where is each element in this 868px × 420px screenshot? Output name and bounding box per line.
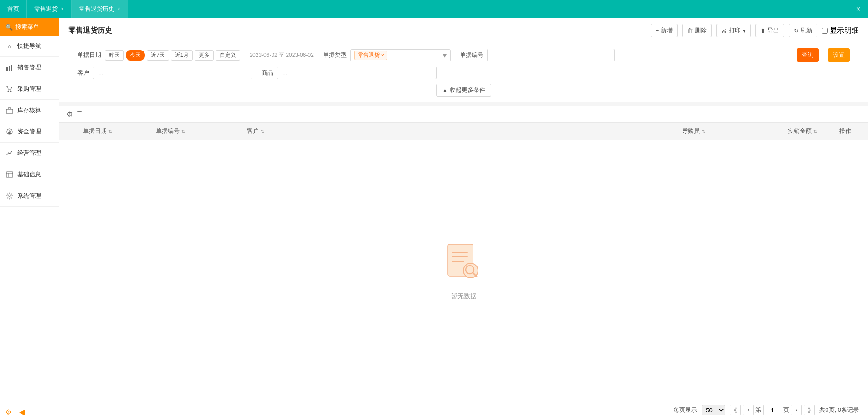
print-dropdown-icon: ▾ bbox=[743, 27, 746, 34]
filter-row-2: 客户 商品 bbox=[77, 67, 850, 79]
prev-page-button[interactable]: ‹ bbox=[743, 405, 754, 415]
print-button[interactable]: 🖨 打印 ▾ bbox=[716, 24, 751, 37]
num-filter-input[interactable] bbox=[487, 49, 615, 61]
date-range-display: 2023-06-02 至 2023-06-02 bbox=[249, 51, 313, 59]
th-ops: 操作 bbox=[822, 123, 868, 140]
sort-amount-icon: ⇅ bbox=[813, 129, 817, 134]
date-btn-more[interactable]: 更多 bbox=[195, 50, 214, 61]
th-amount[interactable]: 实销金额 ⇅ bbox=[750, 123, 822, 140]
refresh-button[interactable]: ↻ 刷新 bbox=[789, 24, 817, 37]
date-btn-today[interactable]: 今天 bbox=[126, 50, 145, 61]
sidebar-item-finance-label: 资金管理 bbox=[17, 128, 41, 136]
sidebar-bottom: ⚙ ◀ bbox=[0, 404, 59, 420]
first-page-button[interactable]: ⟪ bbox=[730, 405, 741, 415]
show-detail-checkbox[interactable] bbox=[822, 28, 828, 34]
sort-date-icon: ⇅ bbox=[108, 129, 112, 134]
sidebar-item-quick-nav[interactable]: ⌂ 快捷导航 bbox=[0, 36, 59, 57]
sidebar-item-inventory-label: 库存核算 bbox=[17, 106, 41, 114]
per-page-select[interactable]: 10 20 50 100 bbox=[702, 405, 725, 415]
customer-filter-label: 客户 bbox=[77, 69, 89, 77]
sort-num-icon: ⇅ bbox=[181, 129, 185, 134]
type-tag-close[interactable]: × bbox=[381, 52, 384, 58]
main-layout: 🔍 搜索菜单 ⌂ 快捷导航 销售管理 采购管理 bbox=[0, 18, 868, 420]
tab-close-retail-return-history[interactable]: × bbox=[117, 6, 120, 12]
filter-area: 单据日期 昨天 今天 近7天 近1月 更多 自定义 2023-06-02 至 2… bbox=[68, 43, 859, 102]
sidebar-item-basic-label: 基础信息 bbox=[17, 170, 41, 179]
page-label: 页 bbox=[783, 406, 789, 414]
refresh-icon: ↻ bbox=[794, 27, 799, 34]
sidebar-item-system[interactable]: 系统管理 bbox=[0, 185, 59, 207]
table-area: ⚙ 单据日期 ⇅ 单据编号 ⇅ 客户 ⇅ 导购员 bbox=[59, 106, 868, 400]
system-icon bbox=[5, 192, 14, 200]
show-detail-label[interactable]: 显示明细 bbox=[822, 26, 859, 36]
content-area: 零售退货历史 + 新增 🗑 删除 🖨 打印 ▾ ⬆ 导出 bbox=[59, 18, 868, 420]
query-button[interactable]: 查询 bbox=[797, 48, 819, 62]
svg-point-10 bbox=[9, 195, 10, 197]
per-page-label: 每页显示 bbox=[673, 406, 697, 414]
th-date[interactable]: 单据日期 ⇅ bbox=[77, 123, 150, 140]
settings-button[interactable]: 设置 bbox=[828, 48, 850, 62]
search-icon: 🔍 bbox=[5, 24, 13, 31]
collapse-section: ▲ 收起更多条件 bbox=[77, 84, 850, 97]
select-all-checkbox[interactable] bbox=[77, 111, 82, 117]
collapse-button[interactable]: ▲ 收起更多条件 bbox=[436, 84, 491, 97]
type-filter-group: 单据类型 零售退货 × ▾ bbox=[323, 49, 451, 61]
sidebar-item-basic[interactable]: 基础信息 bbox=[0, 164, 59, 185]
tab-home[interactable]: 首页 bbox=[0, 0, 27, 18]
sidebar: 🔍 搜索菜单 ⌂ 快捷导航 销售管理 采购管理 bbox=[0, 18, 59, 420]
type-select-arrow: ▾ bbox=[443, 51, 447, 60]
svg-point-4 bbox=[10, 91, 12, 92]
pagination-nav: ⟪ ‹ 第 页 › ⟫ bbox=[730, 405, 815, 415]
sidebar-item-operation[interactable]: 经营管理 bbox=[0, 143, 59, 164]
sidebar-item-inventory[interactable]: 库存核算 bbox=[0, 100, 59, 121]
date-btn-custom[interactable]: 自定义 bbox=[216, 50, 240, 61]
date-btn-yesterday[interactable]: 昨天 bbox=[105, 50, 124, 61]
th-customer[interactable]: 客户 ⇅ bbox=[241, 123, 677, 140]
new-button[interactable]: + 新增 bbox=[651, 24, 678, 37]
inventory-icon bbox=[5, 106, 14, 114]
date-filter-group: 单据日期 昨天 今天 近7天 近1月 更多 自定义 bbox=[77, 50, 240, 61]
th-num[interactable]: 单据编号 ⇅ bbox=[150, 123, 241, 140]
svg-rect-5 bbox=[6, 109, 13, 113]
delete-button[interactable]: 🗑 删除 bbox=[682, 24, 712, 37]
sidebar-item-sales-label: 销售管理 bbox=[17, 63, 41, 72]
window-close-button[interactable]: × bbox=[848, 5, 868, 14]
sidebar-item-operation-label: 经营管理 bbox=[17, 149, 41, 157]
purchase-icon bbox=[5, 85, 14, 93]
page-number-input[interactable] bbox=[763, 405, 781, 415]
type-select[interactable]: 零售退货 × ▾ bbox=[350, 49, 451, 61]
goods-filter-input[interactable] bbox=[277, 67, 437, 79]
export-button[interactable]: ⬆ 导出 bbox=[755, 24, 784, 37]
sidebar-item-system-label: 系统管理 bbox=[17, 192, 41, 200]
sidebar-item-finance[interactable]: 资金管理 bbox=[0, 121, 59, 143]
customer-filter-input[interactable] bbox=[93, 67, 252, 79]
tab-list: 首页 零售退货 × 零售退货历史 × bbox=[0, 0, 848, 18]
page-title-row: 零售退货历史 + 新增 🗑 删除 🖨 打印 ▾ ⬆ 导出 bbox=[68, 24, 859, 37]
date-btn-1month[interactable]: 近1月 bbox=[171, 50, 193, 61]
last-page-button[interactable]: ⟫ bbox=[804, 405, 815, 415]
table-settings-icon[interactable]: ⚙ bbox=[67, 110, 73, 118]
sidebar-item-purchase[interactable]: 采购管理 bbox=[0, 78, 59, 100]
home-icon: ⌂ bbox=[5, 42, 14, 50]
sales-icon bbox=[5, 63, 14, 72]
goods-filter-label: 商品 bbox=[262, 69, 273, 77]
search-menu-button[interactable]: 🔍 搜索菜单 bbox=[0, 18, 59, 36]
sidebar-item-sales[interactable]: 销售管理 bbox=[0, 57, 59, 78]
date-filter-label: 单据日期 bbox=[77, 51, 101, 59]
settings-bottom-icon[interactable]: ⚙ bbox=[5, 408, 12, 416]
tab-close-retail-return[interactable]: × bbox=[61, 6, 64, 12]
page-title: 零售退货历史 bbox=[68, 26, 112, 36]
collapse-up-icon: ▲ bbox=[442, 87, 448, 94]
sort-guide-icon: ⇅ bbox=[702, 129, 705, 134]
next-page-button[interactable]: › bbox=[791, 405, 802, 415]
print-icon: 🖨 bbox=[721, 27, 727, 34]
sidebar-item-purchase-label: 采购管理 bbox=[17, 85, 41, 93]
collapse-sidebar-icon[interactable]: ◀ bbox=[19, 408, 25, 416]
sidebar-nav: ⌂ 快捷导航 销售管理 采购管理 库存核算 bbox=[0, 36, 59, 404]
type-tag: 零售退货 × bbox=[354, 51, 387, 60]
th-guide[interactable]: 导购员 ⇅ bbox=[677, 123, 750, 140]
date-btn-7days[interactable]: 近7天 bbox=[147, 50, 169, 61]
tab-retail-return-history[interactable]: 零售退货历史 × bbox=[72, 0, 128, 18]
svg-rect-2 bbox=[11, 65, 12, 71]
tab-retail-return[interactable]: 零售退货 × bbox=[27, 0, 72, 18]
